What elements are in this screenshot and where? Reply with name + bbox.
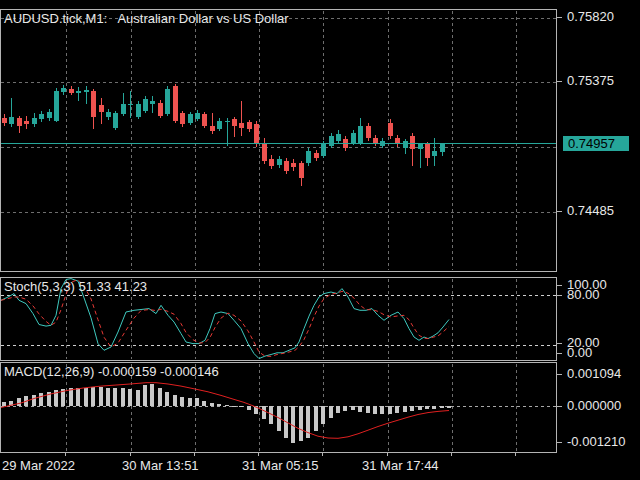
candle-bull xyxy=(358,126,363,143)
candle-bull xyxy=(47,112,52,118)
axis-tick xyxy=(557,17,562,18)
macd-histogram-bar xyxy=(395,406,399,413)
macd-histogram-bar xyxy=(150,384,154,406)
macd-histogram-bar xyxy=(188,398,192,406)
candle-bull xyxy=(128,104,133,105)
axis-tick xyxy=(557,353,562,354)
candle-bear xyxy=(2,118,7,123)
candle-bear xyxy=(91,91,96,117)
candle-bull xyxy=(432,151,437,156)
candle-bull xyxy=(195,113,200,119)
time-axis-tick xyxy=(322,452,323,456)
candle-bear xyxy=(232,119,237,126)
macd-histogram-bar xyxy=(217,404,221,406)
macd-histogram-bar xyxy=(388,406,392,414)
macd-histogram-bar xyxy=(343,406,347,411)
macd-label: MACD(12,26,9) -0.000159 -0.000146 xyxy=(4,364,219,379)
candle-bear xyxy=(247,122,252,129)
candle-bull xyxy=(106,112,111,117)
candle-bull xyxy=(150,101,155,104)
macd-histogram-bar xyxy=(336,406,340,413)
macd-histogram-bar xyxy=(373,406,377,414)
time-axis-tick xyxy=(194,452,195,456)
time-axis[interactable]: 29 Mar 202230 Mar 13:5131 Mar 05:1531 Ma… xyxy=(0,452,640,480)
macd-histogram-bar xyxy=(432,406,436,409)
axis-tick xyxy=(557,285,562,286)
candle-bull xyxy=(136,104,141,117)
macd-axis-label: 0.000000 xyxy=(567,399,621,413)
axis-tick xyxy=(557,295,562,296)
candle-bull xyxy=(336,134,341,141)
macd-histogram-bar xyxy=(195,398,199,406)
stochastic-panel[interactable]: Stoch(5,3,3) 51.33 41.23 xyxy=(0,277,557,361)
candle-bear xyxy=(158,103,163,116)
macd-histogram-bar xyxy=(291,406,295,443)
candle-bear xyxy=(239,123,244,128)
candle-bear xyxy=(284,161,289,171)
candle-bear xyxy=(269,159,274,166)
candle-bear xyxy=(388,123,393,136)
mt5-chart-window: AUDUSD.tick,M1: Australian Dollar vs US … xyxy=(0,0,640,480)
macd-histogram-bar xyxy=(136,390,140,406)
macd-panel[interactable]: MACD(12,26,9) -0.000159 -0.000146 xyxy=(0,362,557,453)
candle-bear xyxy=(410,136,415,149)
axis-tick xyxy=(557,211,562,212)
axis-tick xyxy=(557,343,562,344)
macd-histogram-bar xyxy=(84,388,88,406)
candle-bull xyxy=(9,117,14,124)
macd-histogram-bar xyxy=(106,388,110,406)
candle-bull xyxy=(225,121,230,122)
macd-histogram-bar xyxy=(232,406,236,407)
candle-bull xyxy=(113,113,118,128)
macd-histogram-bar xyxy=(158,388,162,406)
macd-histogram-bar xyxy=(69,388,73,406)
candle-bull xyxy=(277,159,282,165)
price-axis-label: 0.75375 xyxy=(567,74,614,88)
candle-bear xyxy=(69,89,74,93)
price-axis-label: 0.75820 xyxy=(567,10,614,24)
candle-bear xyxy=(262,144,267,161)
price-chart-panel[interactable]: AUDUSD.tick,M1: Australian Dollar vs US … xyxy=(0,9,557,272)
stochastic-label: Stoch(5,3,3) 51.33 41.23 xyxy=(4,279,147,294)
candle-bull xyxy=(440,144,445,152)
candle-bull xyxy=(61,88,66,92)
macd-histogram-bar xyxy=(121,388,125,406)
candle-bull xyxy=(76,91,81,93)
macd-histogram-bar xyxy=(239,406,243,407)
candle-bull xyxy=(54,91,59,121)
price-axis[interactable]: 0.74957 0.758200.753750.74485100.0080.00… xyxy=(557,0,640,452)
macd-histogram xyxy=(2,384,451,442)
macd-histogram-bar xyxy=(425,406,429,409)
time-axis-tick xyxy=(258,452,259,456)
candle-bear xyxy=(291,163,296,167)
candlestick-chart xyxy=(1,10,556,271)
macd-axis-label: 0.001094 xyxy=(567,367,621,381)
macd-histogram-bar xyxy=(299,406,303,441)
macd-histogram-bar xyxy=(165,392,169,406)
macd-histogram-bar xyxy=(247,406,251,410)
candle-bear xyxy=(17,118,22,126)
candle-bear xyxy=(180,113,185,124)
time-axis-tick xyxy=(515,452,516,456)
macd-histogram-bar xyxy=(99,387,103,406)
candle-bull xyxy=(351,133,356,143)
time-axis-label: 29 Mar 2022 xyxy=(2,458,75,473)
macd-histogram-bar xyxy=(351,406,355,410)
macd-histogram-bar xyxy=(366,406,370,413)
macd-histogram-bar xyxy=(202,401,206,406)
macd-histogram-bar xyxy=(17,398,21,406)
macd-histogram-bar xyxy=(440,406,444,408)
candle-bull xyxy=(321,144,326,156)
candle-bull xyxy=(306,151,311,163)
candle-bull xyxy=(418,144,423,149)
price-axis-label: 0.74485 xyxy=(567,204,614,218)
candle-bear xyxy=(173,86,178,121)
time-axis-label: 30 Mar 13:51 xyxy=(122,458,199,473)
axis-tick xyxy=(557,374,562,375)
candle-bear xyxy=(373,138,378,143)
candle-bull xyxy=(32,118,37,124)
candle-bull xyxy=(84,90,89,92)
axis-tick xyxy=(557,81,562,82)
macd-histogram-bar xyxy=(380,406,384,414)
candle-bull xyxy=(329,136,334,146)
